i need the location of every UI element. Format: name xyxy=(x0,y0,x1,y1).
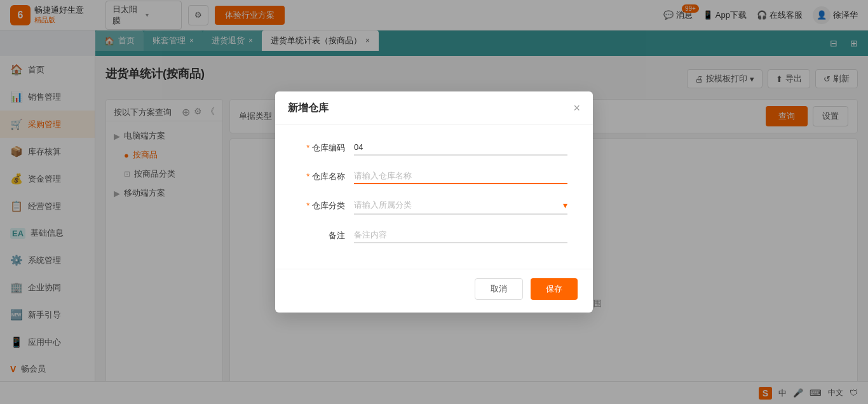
warehouse-code-input[interactable] xyxy=(354,140,567,156)
new-warehouse-dialog: 新增仓库 × 仓库编码 仓库名称 仓库分类 请输入所属分类 ▾ 备注 取消 保存 xyxy=(275,91,593,313)
warehouse-code-row: 仓库编码 xyxy=(301,140,567,156)
remark-input[interactable] xyxy=(354,227,567,243)
code-label: 仓库编码 xyxy=(301,142,345,154)
dialog-body: 仓库编码 仓库名称 仓库分类 请输入所属分类 ▾ 备注 xyxy=(275,125,593,264)
category-arrow-icon: ▾ xyxy=(563,200,567,210)
category-label: 仓库分类 xyxy=(301,200,345,212)
warehouse-category-select[interactable]: 请输入所属分类 ▾ xyxy=(354,197,567,215)
dialog-header: 新增仓库 × xyxy=(275,91,593,125)
warehouse-category-row: 仓库分类 请输入所属分类 ▾ xyxy=(301,197,567,215)
warehouse-name-row: 仓库名称 xyxy=(301,168,567,184)
dialog-footer: 取消 保存 xyxy=(275,269,593,313)
dialog-title: 新增仓库 xyxy=(288,102,329,115)
remark-row: 备注 xyxy=(301,227,567,243)
dialog-close-button[interactable]: × xyxy=(573,102,580,115)
category-placeholder: 请输入所属分类 xyxy=(354,199,412,211)
warehouse-name-input[interactable] xyxy=(354,168,567,184)
remark-label: 备注 xyxy=(301,230,345,241)
name-label: 仓库名称 xyxy=(301,171,345,182)
cancel-button[interactable]: 取消 xyxy=(475,278,523,300)
save-button[interactable]: 保存 xyxy=(531,278,578,300)
